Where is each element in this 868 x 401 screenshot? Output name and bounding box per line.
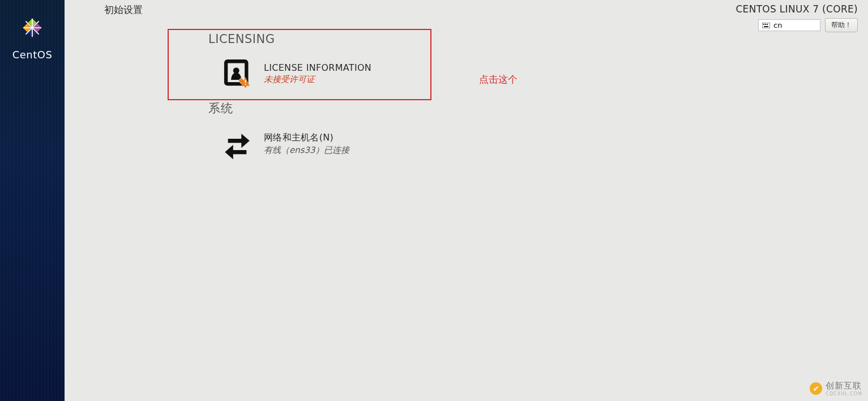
license-spoke-status: 未接受许可证 bbox=[264, 74, 371, 85]
license-icon bbox=[221, 57, 254, 90]
svg-rect-10 bbox=[765, 24, 766, 25]
help-button-label: 帮助！ bbox=[831, 20, 852, 30]
svg-rect-11 bbox=[767, 24, 768, 25]
network-spoke-title: 网络和主机名(N) bbox=[264, 132, 349, 144]
keyboard-layout-indicator[interactable]: cn bbox=[758, 19, 820, 31]
topbar: 初始设置 CENTOS LINUX 7 (CORE) cn 帮助！ bbox=[65, 0, 868, 32]
annotation-text: 点击这个 bbox=[479, 73, 518, 86]
sidebar: CentOS bbox=[0, 0, 65, 401]
watermark-text: 创新互联 bbox=[826, 381, 862, 391]
keyboard-icon bbox=[762, 23, 770, 28]
network-icon bbox=[221, 127, 254, 160]
network-hostname-spoke[interactable]: 网络和主机名(N) 有线（ens33）已连接 bbox=[221, 127, 828, 160]
section-header-system: 系统 bbox=[208, 100, 828, 116]
network-spoke-status: 有线（ens33）已连接 bbox=[264, 145, 349, 156]
watermark-logo-icon: ✔ bbox=[810, 382, 822, 395]
section-header-licensing: LICENSING bbox=[208, 32, 828, 46]
centos-logo-icon bbox=[16, 11, 49, 44]
content: 点击这个 LICENSING LICENSE INFORMATION 未接受许可… bbox=[65, 32, 868, 160]
svg-rect-16 bbox=[245, 84, 246, 85]
os-label: CENTOS LINUX 7 (CORE) bbox=[736, 3, 858, 15]
main-area: 初始设置 CENTOS LINUX 7 (CORE) cn 帮助！ bbox=[65, 0, 868, 401]
page-title: 初始设置 bbox=[104, 3, 143, 16]
svg-rect-9 bbox=[763, 24, 764, 25]
keyboard-layout-code: cn bbox=[773, 21, 782, 29]
license-spoke-title: LICENSE INFORMATION bbox=[264, 62, 371, 73]
help-button[interactable]: 帮助！ bbox=[825, 18, 858, 32]
watermark: ✔ 创新互联 CDCXHL.COM bbox=[810, 381, 862, 396]
watermark-sub: CDCXHL.COM bbox=[826, 391, 862, 396]
svg-rect-15 bbox=[245, 80, 246, 83]
license-information-spoke[interactable]: LICENSE INFORMATION 未接受许可证 bbox=[221, 57, 828, 90]
svg-rect-8 bbox=[762, 23, 770, 28]
svg-rect-12 bbox=[764, 26, 768, 27]
sidebar-brand-label: CentOS bbox=[12, 49, 53, 61]
